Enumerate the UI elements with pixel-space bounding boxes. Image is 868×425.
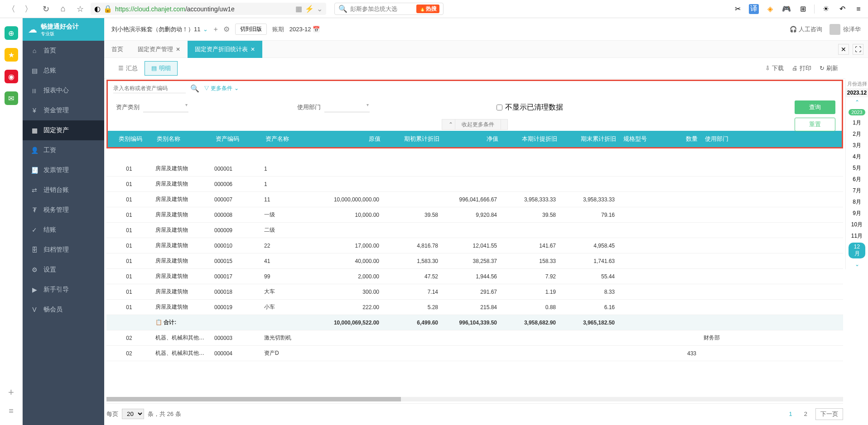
gear-icon[interactable]: ⚙: [223, 25, 230, 33]
table-row[interactable]: 02机器、机械和其他生...000004资产D433: [106, 346, 843, 361]
dropdown-icon[interactable]: ⌄: [317, 5, 323, 13]
subtab-summary[interactable]: ☰汇总: [111, 61, 145, 76]
table-row[interactable]: 01房屋及建筑物000018大车300.007.14291.671.198.33: [106, 284, 843, 300]
sidebar-item-报表中心[interactable]: ⫼报表中心: [23, 81, 104, 100]
favorite-button[interactable]: ☆: [73, 2, 87, 16]
user-menu[interactable]: 徐泽华: [829, 24, 861, 35]
month-7月[interactable]: 7月: [846, 185, 868, 196]
month-5月[interactable]: 5月: [846, 162, 868, 174]
reload-button[interactable]: ↻: [39, 2, 53, 16]
table-row[interactable]: 01房屋及建筑物0000011: [106, 161, 843, 177]
month-9月[interactable]: 9月: [846, 208, 868, 219]
qr-icon[interactable]: ▦: [295, 5, 302, 13]
mini-add-icon[interactable]: +: [8, 387, 14, 398]
sidebar-item-畅会员[interactable]: V畅会员: [23, 300, 104, 320]
sidebar-item-设置[interactable]: ⚙设置: [23, 260, 104, 280]
month-10月[interactable]: 10月: [846, 219, 868, 230]
sidebar-item-税务管理[interactable]: ₮税务管理: [23, 200, 104, 220]
month-12月[interactable]: 12月: [849, 243, 865, 258]
table-row[interactable]: 02机器、机械和其他生...000003激光切割机财务部: [106, 330, 843, 346]
bolt-icon[interactable]: ⚡: [305, 5, 314, 13]
table-row[interactable]: 01房屋及建筑物0000071110,000,000,000.00996,041…: [106, 192, 843, 207]
theme-icon[interactable]: ☀: [821, 4, 831, 14]
page-1[interactable]: 1: [786, 410, 796, 418]
month-3月[interactable]: 3月: [846, 140, 868, 151]
table-row[interactable]: 01房屋及建筑物000017992,000.0047.521,944.567.9…: [106, 269, 843, 284]
sidebar-item-总账[interactable]: ▤总账: [23, 61, 104, 81]
consult-link[interactable]: 🎧 人工咨询: [790, 25, 822, 33]
sidebar-item-首页[interactable]: ⌂首页: [23, 41, 104, 61]
browser-search[interactable]: 🔍 🔥热搜: [334, 3, 444, 15]
table-row[interactable]: 01房屋及建筑物000019小车222.005.28215.840.886.16: [106, 300, 843, 315]
table-row[interactable]: 01房屋及建筑物0000061: [106, 177, 843, 192]
period-value[interactable]: 2023-12 📅: [289, 26, 320, 33]
tab-固定资产折旧统计表[interactable]: 固定资产折旧统计表✕: [188, 41, 262, 58]
wallet-icon[interactable]: ◈: [765, 4, 775, 14]
query-button[interactable]: 查询: [795, 100, 835, 114]
reset-button[interactable]: 重置: [795, 118, 835, 131]
tab-close-button[interactable]: ✕: [838, 44, 849, 55]
mini-weibo-icon[interactable]: ◉: [5, 70, 18, 83]
year-up-arrow[interactable]: ⌃: [853, 97, 861, 107]
sidebar-item-资金管理[interactable]: ¥资金管理: [23, 100, 104, 120]
mini-list-icon[interactable]: ≡: [9, 406, 14, 416]
horizontal-scrollbar[interactable]: [106, 397, 843, 401]
translate-icon[interactable]: 译: [749, 4, 759, 14]
tab-固定资产管理[interactable]: 固定资产管理✕: [130, 41, 188, 58]
apps-icon[interactable]: ⊞: [798, 4, 808, 14]
sidebar-item-结账[interactable]: ✓结账: [23, 220, 104, 240]
asset-search-input[interactable]: [113, 84, 186, 93]
table-row[interactable]: 01房屋及建筑物000009二级: [106, 223, 843, 238]
tab-expand-button[interactable]: ⛶: [853, 44, 863, 55]
sidebar-item-进销台账[interactable]: ⇄进销台账: [23, 180, 104, 200]
scissors-icon[interactable]: ✂: [733, 4, 743, 14]
search-icon[interactable]: 🔍: [190, 84, 199, 93]
year-badge[interactable]: 2023: [849, 109, 865, 115]
restore-icon[interactable]: ↶: [837, 4, 847, 14]
refresh-button[interactable]: ↻ 刷新: [820, 64, 838, 72]
home-button[interactable]: ⌂: [56, 2, 70, 16]
dept-filter[interactable]: 使用部门: [297, 102, 370, 112]
account-selector[interactable]: 刘小艳演示账套（勿删勿动！）11 ⌄: [111, 25, 208, 33]
next-page-button[interactable]: 下一页: [815, 408, 843, 420]
page-size-select[interactable]: 20: [122, 409, 144, 419]
forward-button[interactable]: 〉: [22, 2, 35, 16]
subtab-detail[interactable]: ▤明细: [145, 61, 178, 76]
mini-star-icon[interactable]: ★: [5, 48, 18, 62]
more-conditions-link[interactable]: ▽ 更多条件 ⌄: [204, 85, 239, 92]
month-8月[interactable]: 8月: [846, 196, 868, 208]
sidebar-item-固定资产[interactable]: ▦固定资产: [23, 120, 104, 140]
switch-version-button[interactable]: 切到旧版: [235, 24, 267, 35]
month-2月[interactable]: 2月: [846, 129, 868, 140]
table-row[interactable]: 01房屋及建筑物0000102217,000.004,816.7812,041.…: [106, 238, 843, 253]
game-icon[interactable]: 🎮: [781, 4, 791, 14]
tab-close-icon[interactable]: ✕: [176, 46, 180, 53]
page-2[interactable]: 2: [800, 410, 811, 418]
table-row[interactable]: 01房屋及建筑物000008一级10,000.0039.589,920.8439…: [106, 207, 843, 223]
download-button[interactable]: ⇩ 下载: [765, 64, 784, 72]
back-button[interactable]: 〈: [5, 2, 18, 16]
menu-icon[interactable]: ≡: [854, 4, 863, 14]
month-6月[interactable]: 6月: [846, 174, 868, 185]
sidebar-item-新手引导[interactable]: ▶新手引导: [23, 280, 104, 300]
print-button[interactable]: 🖨 打印: [792, 64, 811, 72]
tab-close-icon[interactable]: ✕: [251, 46, 255, 53]
month-11月[interactable]: 11月: [846, 230, 868, 242]
asset-type-filter[interactable]: 资产类别: [116, 102, 188, 112]
add-icon[interactable]: +: [213, 25, 217, 33]
sidebar-item-工资[interactable]: 👤工资: [23, 140, 104, 160]
year-down-arrow[interactable]: ⌄: [853, 259, 861, 269]
sidebar-item-发票管理[interactable]: 🧾发票管理: [23, 160, 104, 180]
address-bar[interactable]: ◐ 🔒 https://cloud.chanjet.com/accounting…: [91, 3, 326, 15]
table-total-row[interactable]: 合计:10,000,069,522.006,499.60996,104,339.…: [106, 315, 843, 330]
table-row[interactable]: 01房屋及建筑物0000154140,000.001,583.3038,258.…: [106, 253, 843, 269]
sidebar-item-归档管理[interactable]: 🗄归档管理: [23, 240, 104, 260]
collapse-conditions-button[interactable]: ⌃ 收起更多条件: [442, 119, 507, 130]
hide-cleared-checkbox[interactable]: 不显示已清理数据: [497, 103, 563, 112]
month-4月[interactable]: 4月: [846, 151, 868, 162]
mini-app-icon[interactable]: ⊕: [5, 26, 18, 40]
mini-mail-icon[interactable]: ✉: [5, 91, 18, 105]
search-input[interactable]: [350, 5, 414, 12]
tab-首页[interactable]: 首页: [104, 41, 130, 58]
month-1月[interactable]: 1月: [846, 117, 868, 129]
